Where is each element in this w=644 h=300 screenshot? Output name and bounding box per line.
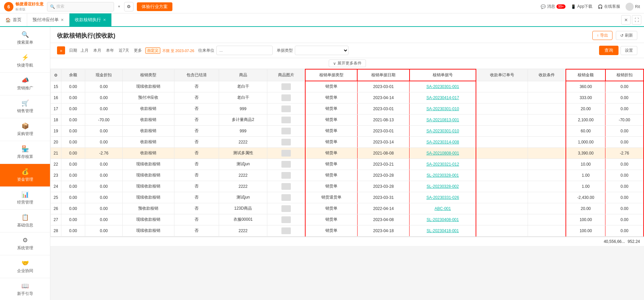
- export-button[interactable]: ↑ 导出: [592, 31, 612, 40]
- td-bill-category: 销货单: [305, 181, 357, 192]
- tab-home[interactable]: 🏠 首页: [0, 13, 27, 26]
- tab-prepay-close[interactable]: ✕: [61, 18, 64, 22]
- sidebar-item-operation[interactable]: 📊 经营管理: [0, 187, 50, 210]
- td-writeoff-type: 收款核销: [123, 114, 174, 125]
- message-item[interactable]: 💬 消息 99+: [541, 4, 566, 9]
- td-bill-no[interactable]: SA-20230301-001: [410, 81, 476, 92]
- system-icon: ⚙: [22, 237, 28, 244]
- sidebar-label-enterprise: 企业协同: [17, 268, 33, 274]
- td-bill-no[interactable]: SA-20210808-001: [410, 147, 476, 159]
- td-bill-no[interactable]: SA-20230301-010: [410, 125, 476, 136]
- td-bill-no[interactable]: SA-20210813-001: [410, 114, 476, 125]
- date-label: 日期: [69, 48, 77, 53]
- td-cash-discount: 0.00: [85, 214, 122, 225]
- table-row: 16 0.00 0.00 预付冲应收 否 老白干 销货单 2023-04-14 …: [51, 92, 644, 103]
- date-opt-this-month[interactable]: 本月: [92, 47, 103, 54]
- top-search-bar[interactable]: 🔍 搜索: [47, 2, 114, 11]
- footer-total-discount: 952.24: [628, 239, 640, 244]
- sidebar-item-system[interactable]: ⚙ 系统管理: [0, 232, 50, 255]
- sidebar-item-sales[interactable]: 🛒 销售管理: [0, 95, 50, 118]
- partner-label: 往来单位: [198, 48, 214, 53]
- td-bill-no[interactable]: SA-20230331-026: [410, 192, 476, 203]
- date-opt-7days[interactable]: 近7天: [117, 47, 130, 54]
- date-opt-more[interactable]: 更多: [132, 47, 143, 54]
- table-row: 17 0.00 0.00 收款核销 否 999 销货单 2023-03-01 S…: [51, 103, 644, 114]
- td-include-settled: 否: [174, 114, 219, 125]
- dropdown-arrow-icon[interactable]: ▼: [117, 5, 121, 8]
- finance-icon: 💰: [21, 168, 29, 175]
- expand-more-button[interactable]: ∨ 展开更多条件: [329, 59, 366, 67]
- query-button[interactable]: 查询: [599, 46, 619, 55]
- page-actions: ↑ 导出 ↺ 刷新: [592, 31, 637, 40]
- td-receipt-condition: [528, 136, 566, 147]
- td-writeoff-discount: 0.00: [605, 125, 644, 136]
- td-bill-no[interactable]: SL-20230328-001: [410, 170, 476, 181]
- sidebar-item-nav[interactable]: ⚡ 快捷导航: [0, 50, 50, 73]
- td-bill-no[interactable]: SA-20230301-010: [410, 103, 476, 114]
- td-row-no: 15: [51, 81, 61, 92]
- sidebar-item-finance[interactable]: 💰 资金管理: [0, 164, 50, 187]
- td-bill-category: 销货单: [305, 125, 357, 136]
- td-writeoff-amount: 1,000.00: [566, 136, 605, 147]
- sidebar-item-marketing[interactable]: 📣 营销推广: [0, 73, 50, 95]
- td-balance: 0.00: [61, 81, 85, 92]
- bill-type-select[interactable]: [295, 46, 348, 55]
- sidebar-item-enterprise[interactable]: 🤝 企业协同: [0, 255, 50, 278]
- td-receipt-order-no: [476, 92, 528, 103]
- td-bill-no[interactable]: SL-20230408-001: [410, 214, 476, 225]
- tab-expand-btn[interactable]: ⛶: [632, 15, 641, 25]
- sidebar-item-inventory[interactable]: 🏪 库存核算: [0, 141, 50, 164]
- online-service-item[interactable]: 🎧 在线客服: [598, 4, 620, 9]
- top-bar: 6 畅捷通谊好生意 标准版 🔍 搜索 ▼ ⚙ 体验行业方案 💬 消息 99+ 📱…: [0, 0, 644, 13]
- table-area[interactable]: ⚙ 余额 现金折扣 核销类型 包含已结清 商品 商品图片 核销单据类型 核销单据…: [50, 69, 644, 300]
- td-product-image: [267, 136, 305, 147]
- nav-icon: ⚡: [21, 54, 29, 61]
- td-cash-discount: 0.00: [85, 81, 122, 92]
- sidebar-item-search[interactable]: 🔍 搜索菜单: [0, 27, 50, 50]
- tab-writeoff[interactable]: 收款核销执行 ✕: [69, 13, 112, 26]
- td-writeoff-amount: 333.00: [566, 92, 605, 103]
- sidebar-item-basic[interactable]: 📋 基础信息: [0, 210, 50, 232]
- td-include-settled: 否: [174, 125, 219, 136]
- td-product: 老白干: [219, 92, 267, 103]
- td-bill-no[interactable]: SL-20230418-001: [410, 225, 476, 236]
- td-row-no: 25: [51, 192, 61, 203]
- td-row-no: 22: [51, 159, 61, 170]
- td-bill-no[interactable]: SA-20230414-017: [410, 92, 476, 103]
- refresh-button[interactable]: ↺ 刷新: [616, 31, 637, 40]
- td-bill-no[interactable]: SA-20230321-012: [410, 159, 476, 170]
- tab-prepay[interactable]: 预付冲应付单 ✕: [27, 13, 69, 26]
- trial-btn[interactable]: 体验行业方案: [137, 2, 172, 11]
- date-opt-this-year[interactable]: 本年: [105, 47, 115, 54]
- td-bill-no[interactable]: SA-20230314-008: [410, 136, 476, 147]
- top-bar-left: 6 畅捷通谊好生意 标准版 🔍 搜索 ▼ ⚙ 体验行业方案: [4, 1, 172, 12]
- date-opt-last-month[interactable]: 上月: [79, 47, 90, 54]
- td-row-no: 16: [51, 92, 61, 103]
- settings-button[interactable]: 设置: [621, 46, 637, 55]
- sidebar-item-guide[interactable]: 📖 新手引导: [0, 278, 50, 300]
- td-row-no: 26: [51, 203, 61, 214]
- th-settings[interactable]: ⚙: [51, 69, 61, 81]
- td-product: 2222: [219, 225, 267, 236]
- tab-writeoff-close[interactable]: ✕: [103, 18, 106, 22]
- app-download-item[interactable]: 📱 App下载: [571, 4, 592, 9]
- date-opt-custom[interactable]: 自定义: [145, 47, 160, 54]
- user-name-item[interactable]: Rit: [626, 3, 640, 11]
- gear-button[interactable]: ⚙: [124, 2, 133, 11]
- sidebar-item-purchase[interactable]: 📦 采购管理: [0, 118, 50, 141]
- td-cash-discount: -2.76: [85, 147, 122, 159]
- td-balance: 0.00: [61, 136, 85, 147]
- td-cash-discount: 0.00: [85, 159, 122, 170]
- td-bill-no[interactable]: ABC-001: [410, 203, 476, 214]
- td-cash-discount: 0.00: [85, 192, 122, 203]
- td-receipt-condition: [528, 103, 566, 114]
- th-bill-no: 核销单据号: [410, 69, 476, 81]
- filter-expand-button[interactable]: »: [57, 46, 65, 54]
- td-writeoff-amount: 20.00: [566, 203, 605, 214]
- td-product: 999: [219, 103, 267, 114]
- home-icon: 🏠: [5, 17, 11, 23]
- td-bill-no[interactable]: SL-20230328-002: [410, 181, 476, 192]
- tab-close-btn[interactable]: ✕: [621, 15, 631, 25]
- partner-input[interactable]: [216, 46, 273, 55]
- search-placeholder: 搜索: [56, 4, 111, 9]
